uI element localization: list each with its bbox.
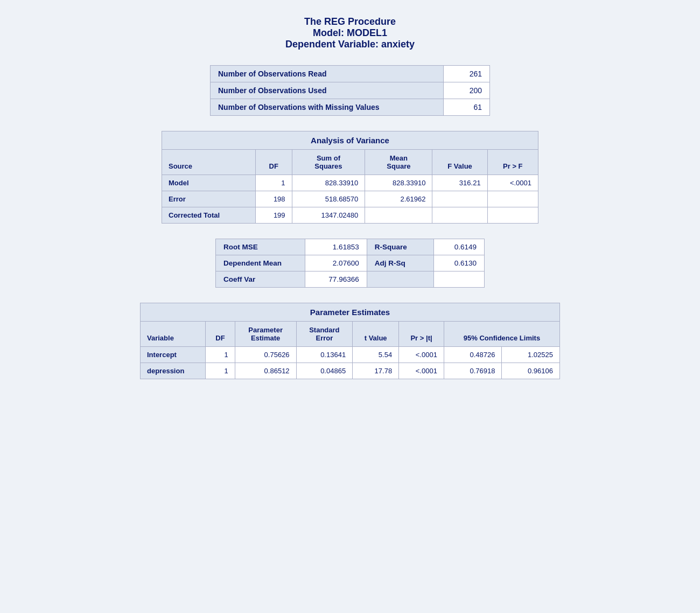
- fit-label2: Adj R-Sq: [367, 255, 434, 271]
- param-col-cl: 95% Confidence Limits: [444, 322, 559, 347]
- param-row-intercept: Intercept 1 0.75626 0.13641 5.54 <.0001 …: [141, 347, 560, 363]
- param-intercept-stderr: 0.13641: [296, 347, 353, 363]
- anova-error-fvalue: [432, 191, 487, 207]
- param-col-prt: Pr > |t|: [399, 322, 444, 347]
- anova-model-meansq: 828.33910: [365, 175, 432, 191]
- param-depression-variable: depression: [141, 363, 206, 379]
- fit-label1: Coeff Var: [216, 271, 305, 288]
- param-depression-cl-lower: 0.76918: [444, 363, 502, 379]
- anova-model-df: 1: [255, 175, 292, 191]
- param-row-depression: depression 1 0.86512 0.04865 17.78 <.000…: [141, 363, 560, 379]
- anova-table: Analysis of Variance Source DF Sum ofSqu…: [162, 131, 538, 224]
- param-col-variable: Variable: [141, 322, 206, 347]
- obs-label: Number of Observations with Missing Valu…: [211, 99, 444, 116]
- param-intercept-variable: Intercept: [141, 347, 206, 363]
- param-col-df: DF: [206, 322, 235, 347]
- param-estimates-table: Parameter Estimates Variable DF Paramete…: [140, 303, 560, 379]
- fit-stats-table: Root MSE 1.61853 R-Square 0.6149 Depende…: [215, 239, 485, 288]
- obs-row: Number of Observations Used 200: [211, 82, 490, 99]
- anova-model-sumsq: 828.33910: [292, 175, 365, 191]
- anova-row-model: Model 1 828.33910 828.33910 316.21 <.000…: [162, 175, 538, 191]
- anova-model-source: Model: [162, 175, 256, 191]
- param-intercept-cl-upper: 1.02525: [502, 347, 560, 363]
- anova-corrected-fvalue: [432, 207, 487, 224]
- fit-val1: 1.61853: [305, 239, 367, 255]
- anova-corrected-prf: [487, 207, 538, 224]
- anova-row-error: Error 198 518.68570 2.61962: [162, 191, 538, 207]
- anova-col-sumsq: Sum ofSquares: [292, 150, 365, 175]
- obs-label: Number of Observations Used: [211, 82, 444, 99]
- param-title: Parameter Estimates: [141, 303, 560, 322]
- anova-error-df: 198: [255, 191, 292, 207]
- fit-val1: 77.96366: [305, 271, 367, 288]
- param-depression-stderr: 0.04865: [296, 363, 353, 379]
- param-title-row: Parameter Estimates: [141, 303, 560, 322]
- param-depression-cl-upper: 0.96106: [502, 363, 560, 379]
- param-intercept-prt: <.0001: [399, 347, 444, 363]
- anova-error-prf: [487, 191, 538, 207]
- anova-title: Analysis of Variance: [162, 131, 538, 150]
- report-title-line2: Model: MODEL1: [285, 27, 415, 39]
- param-depression-tvalue: 17.78: [353, 363, 399, 379]
- obs-row: Number of Observations with Missing Valu…: [211, 99, 490, 116]
- anova-title-row: Analysis of Variance: [162, 131, 538, 150]
- anova-corrected-df: 199: [255, 207, 292, 224]
- anova-error-source: Error: [162, 191, 256, 207]
- anova-col-source: Source: [162, 150, 256, 175]
- anova-corrected-meansq: [365, 207, 432, 224]
- report-title-line3: Dependent Variable: anxiety: [285, 39, 415, 50]
- fit-label2: [367, 271, 434, 288]
- obs-label: Number of Observations Read: [211, 66, 444, 82]
- anova-error-meansq: 2.61962: [365, 191, 432, 207]
- anova-model-fvalue: 316.21: [432, 175, 487, 191]
- param-intercept-tvalue: 5.54: [353, 347, 399, 363]
- param-col-estimate: ParameterEstimate: [235, 322, 296, 347]
- param-col-tvalue: t Value: [353, 322, 399, 347]
- fit-row: Dependent Mean 2.07600 Adj R-Sq 0.6130: [216, 255, 485, 271]
- fit-row: Root MSE 1.61853 R-Square 0.6149: [216, 239, 485, 255]
- param-intercept-estimate: 0.75626: [235, 347, 296, 363]
- anova-col-prf: Pr > F: [487, 150, 538, 175]
- obs-value: 61: [443, 99, 490, 116]
- report-header: The REG Procedure Model: MODEL1 Dependen…: [285, 16, 415, 50]
- param-depression-df: 1: [206, 363, 235, 379]
- anova-col-df: DF: [255, 150, 292, 175]
- fit-val2: [434, 271, 485, 288]
- param-col-stderr: StandardError: [296, 322, 353, 347]
- anova-corrected-source: Corrected Total: [162, 207, 256, 224]
- anova-row-corrected-total: Corrected Total 199 1347.02480: [162, 207, 538, 224]
- anova-col-header: Source DF Sum ofSquares MeanSquare F Val…: [162, 150, 538, 175]
- anova-model-prf: <.0001: [487, 175, 538, 191]
- fit-row: Coeff Var 77.96366: [216, 271, 485, 288]
- fit-val2: 0.6149: [434, 239, 485, 255]
- param-intercept-cl-lower: 0.48726: [444, 347, 502, 363]
- param-intercept-df: 1: [206, 347, 235, 363]
- fit-val2: 0.6130: [434, 255, 485, 271]
- report-title-line1: The REG Procedure: [285, 16, 415, 27]
- param-col-header: Variable DF ParameterEstimate StandardEr…: [141, 322, 560, 347]
- obs-value: 261: [443, 66, 490, 82]
- page-container: The REG Procedure Model: MODEL1 Dependen…: [108, 16, 592, 597]
- fit-label1: Dependent Mean: [216, 255, 305, 271]
- anova-error-sumsq: 518.68570: [292, 191, 365, 207]
- fit-val1: 2.07600: [305, 255, 367, 271]
- fit-label2: R-Square: [367, 239, 434, 255]
- anova-col-meansq: MeanSquare: [365, 150, 432, 175]
- obs-row: Number of Observations Read 261: [211, 66, 490, 82]
- obs-value: 200: [443, 82, 490, 99]
- fit-label1: Root MSE: [216, 239, 305, 255]
- param-depression-estimate: 0.86512: [235, 363, 296, 379]
- anova-col-fvalue: F Value: [432, 150, 487, 175]
- observations-table: Number of Observations Read 261 Number o…: [210, 65, 490, 116]
- param-depression-prt: <.0001: [399, 363, 444, 379]
- anova-corrected-sumsq: 1347.02480: [292, 207, 365, 224]
